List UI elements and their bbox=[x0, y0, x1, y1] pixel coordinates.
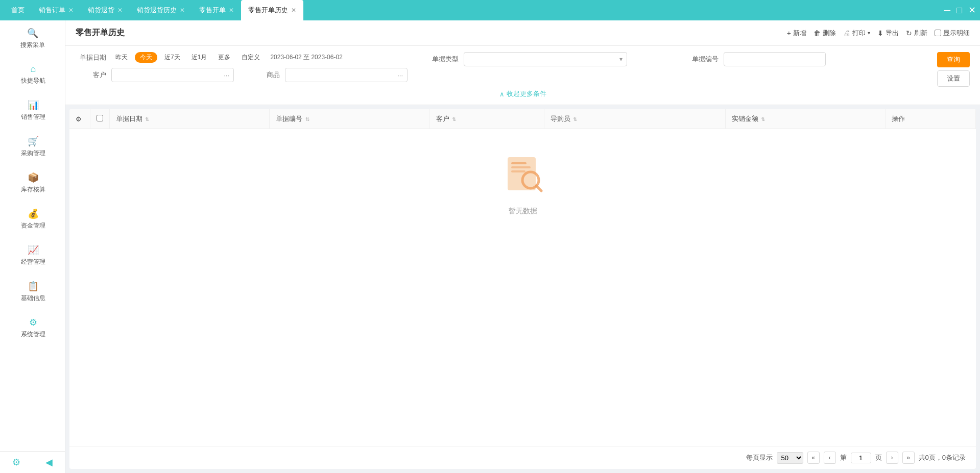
next-page-btn[interactable]: › bbox=[886, 452, 898, 464]
tab-close-retail-order[interactable]: ✕ bbox=[229, 7, 234, 14]
table-col-customer[interactable]: 客户 ⇅ bbox=[429, 109, 544, 129]
prev-page-btn[interactable]: ‹ bbox=[824, 452, 836, 464]
customer-input[interactable] bbox=[116, 71, 224, 79]
sidebar-search-label: 搜索采单 bbox=[20, 41, 45, 49]
tab-sales-return-history[interactable]: 销货退货历史 ✕ bbox=[130, 0, 192, 20]
display-detail-checkbox[interactable] bbox=[935, 30, 941, 36]
type-filter-label: 单据类型 bbox=[428, 55, 459, 64]
per-page-select[interactable]: 50 10 20 100 bbox=[777, 452, 803, 464]
table-area: ⚙ 单据日期 ⇅ 单据编号 ⇅ bbox=[69, 109, 976, 469]
setting-button[interactable]: 设置 bbox=[937, 70, 970, 87]
guide-sort-icon: ⇅ bbox=[573, 116, 577, 122]
window-max-btn[interactable]: □ bbox=[957, 5, 962, 16]
date-btn-custom[interactable]: 自定义 bbox=[237, 52, 264, 63]
tab-close-retail-history[interactable]: ✕ bbox=[291, 7, 296, 14]
search-icon: 🔍 bbox=[27, 28, 38, 39]
sidebar-search[interactable]: 🔍 搜索采单 bbox=[0, 20, 65, 57]
number-input[interactable] bbox=[728, 56, 821, 63]
window-min-btn[interactable]: ─ bbox=[944, 5, 950, 16]
number-input-group[interactable] bbox=[724, 52, 826, 66]
sidebar-item-label: 经营管理 bbox=[21, 258, 45, 266]
tab-retail-order-history[interactable]: 零售开单历史 ✕ bbox=[241, 0, 303, 20]
refresh-button[interactable]: ↻ 刷新 bbox=[906, 29, 927, 38]
page-prefix-label: 第 bbox=[840, 453, 847, 462]
collapse-filter-btn[interactable]: ∧ 收起更多条件 bbox=[499, 89, 546, 98]
print-label: 打印 bbox=[852, 29, 866, 38]
delete-button[interactable]: 🗑 删除 bbox=[814, 29, 836, 38]
sidebar-item-system[interactable]: ⚙ 系统管理 bbox=[0, 310, 65, 346]
empty-icon bbox=[497, 150, 548, 201]
filter-row-customer: 客户 ··· 商品 ··· bbox=[76, 68, 408, 82]
sidebar-item-basic-info[interactable]: 📋 基础信息 bbox=[0, 273, 65, 310]
date-btn-7days[interactable]: 近7天 bbox=[160, 52, 184, 63]
table-col-amount[interactable]: 实销金额 ⇅ bbox=[725, 109, 886, 129]
print-icon: 🖨 bbox=[843, 29, 850, 37]
tab-retail-order[interactable]: 零售开单 ✕ bbox=[192, 0, 241, 20]
filter-section: 单据日期 昨天 今天 近7天 近1月 更多 自定义 2023-06-02 至 2… bbox=[65, 46, 980, 105]
table-col-config[interactable]: ⚙ bbox=[69, 109, 90, 129]
goods-input[interactable] bbox=[290, 71, 397, 79]
refresh-icon: ↻ bbox=[906, 29, 912, 37]
config-icon[interactable]: ⚙ bbox=[76, 115, 82, 123]
tab-home[interactable]: 首页 bbox=[4, 0, 32, 20]
tab-sales-order[interactable]: 销售订单 ✕ bbox=[32, 0, 81, 20]
type-select-arrow-icon: ▾ bbox=[619, 56, 623, 63]
date-btn-today[interactable]: 今天 bbox=[135, 52, 157, 63]
top-nav-bar: 首页 销售订单 ✕ 销货退货 ✕ 销货退货历史 ✕ 零售开单 ✕ 零售开单历史 … bbox=[0, 0, 980, 20]
goods-input-group[interactable]: ··· bbox=[285, 68, 408, 82]
current-page-input[interactable] bbox=[851, 453, 871, 463]
sidebar-item-purchase[interactable]: 🛒 采购管理 bbox=[0, 129, 65, 165]
sidebar-settings-btn[interactable]: ⚙ bbox=[12, 457, 20, 468]
customer-input-group[interactable]: ··· bbox=[111, 68, 234, 82]
date-filter-label: 单据日期 bbox=[76, 53, 106, 62]
print-arrow-icon: ▾ bbox=[868, 30, 870, 36]
print-button[interactable]: 🖨 打印 ▾ bbox=[843, 29, 870, 38]
sidebar-item-inventory[interactable]: 📦 库存核算 bbox=[0, 165, 65, 201]
tab-close-sales-return-history[interactable]: ✕ bbox=[180, 7, 185, 14]
main-layout: 🔍 搜索采单 ⌂ 快捷导航 📊 销售管理 🛒 采购管理 📦 库存核算 💰 资金管… bbox=[0, 20, 980, 473]
sidebar-collapse-btn[interactable]: ◀ bbox=[45, 457, 53, 468]
window-controls: ─ □ ✕ bbox=[944, 5, 976, 16]
last-page-btn[interactable]: » bbox=[902, 452, 915, 464]
export-icon: ⬇ bbox=[877, 29, 883, 37]
date-shortcuts: 昨天 今天 近7天 近1月 更多 自定义 2023-06-02 至 2023-0… bbox=[111, 52, 343, 63]
empty-text: 暂无数据 bbox=[509, 207, 537, 216]
sidebar-item-finance[interactable]: 💰 资金管理 bbox=[0, 201, 65, 237]
sidebar-item-sales[interactable]: 📊 销售管理 bbox=[0, 92, 65, 129]
svg-rect-2 bbox=[511, 166, 531, 168]
date-btn-yesterday[interactable]: 昨天 bbox=[111, 52, 132, 63]
export-button[interactable]: ⬇ 导出 bbox=[877, 29, 899, 38]
first-page-btn[interactable]: « bbox=[807, 452, 820, 464]
type-select-group[interactable]: ▾ bbox=[464, 52, 627, 66]
date-btn-more[interactable]: 更多 bbox=[214, 52, 234, 63]
sidebar: 🔍 搜索采单 ⌂ 快捷导航 📊 销售管理 🛒 采购管理 📦 库存核算 💰 资金管… bbox=[0, 20, 65, 473]
table-wrapper: ⚙ 单据日期 ⇅ 单据编号 ⇅ bbox=[69, 109, 976, 446]
select-all-checkbox[interactable] bbox=[97, 115, 103, 121]
svg-rect-1 bbox=[511, 162, 527, 164]
collapse-label: 收起更多条件 bbox=[507, 89, 546, 98]
collapse-icon: ∧ bbox=[499, 90, 505, 98]
tab-close-sales-order[interactable]: ✕ bbox=[68, 7, 74, 14]
sidebar-item-label: 快捷导航 bbox=[21, 77, 45, 85]
tab-close-sales-return[interactable]: ✕ bbox=[117, 7, 123, 14]
date-range-display: 2023-06-02 至 2023-06-02 bbox=[270, 53, 342, 62]
page-title: 零售开单历史 bbox=[76, 28, 125, 38]
total-info: 共0页，0条记录 bbox=[919, 453, 966, 462]
tab-sales-return[interactable]: 销货退货 ✕ bbox=[81, 0, 130, 20]
sidebar-item-quick-nav[interactable]: ⌂ 快捷导航 bbox=[0, 57, 65, 92]
header-actions: + 新增 🗑 删除 🖨 打印 ▾ ⬇ 导出 ↻ 刷新 bbox=[787, 29, 970, 38]
sidebar-item-operations[interactable]: 📈 经营管理 bbox=[0, 237, 65, 273]
display-detail-button[interactable]: 显示明细 bbox=[935, 29, 970, 38]
sidebar-item-label: 系统管理 bbox=[21, 330, 45, 339]
table-col-date[interactable]: 单据日期 ⇅ bbox=[109, 109, 270, 129]
window-close-btn[interactable]: ✕ bbox=[968, 5, 976, 16]
date-btn-1month[interactable]: 近1月 bbox=[187, 52, 211, 63]
table-col-guide[interactable]: 导购员 ⇅ bbox=[544, 109, 681, 129]
query-button[interactable]: 查询 bbox=[937, 52, 970, 67]
add-button[interactable]: + 新增 bbox=[787, 29, 806, 38]
number-filter-label: 单据编号 bbox=[688, 55, 719, 64]
customer-dots[interactable]: ··· bbox=[224, 71, 229, 79]
table-col-number[interactable]: 单据编号 ⇅ bbox=[270, 109, 430, 129]
goods-dots[interactable]: ··· bbox=[397, 71, 403, 79]
pagination-bar: 每页显示 50 10 20 100 « ‹ 第 页 › » 共0页，0条记录 bbox=[69, 446, 976, 469]
